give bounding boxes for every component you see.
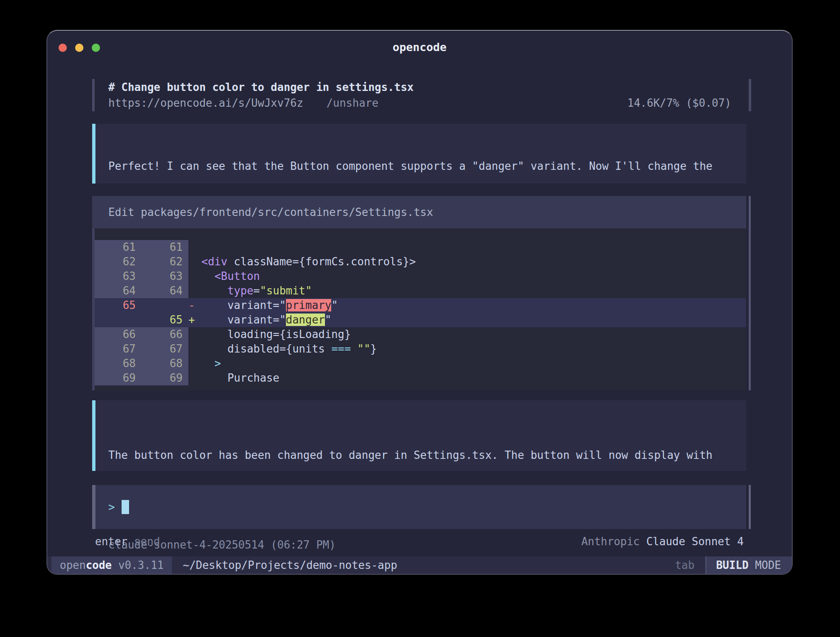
mode-suffix: MODE: [749, 559, 781, 571]
diff-rows: 61616262 <div className={formCs.controls…: [92, 228, 746, 390]
status-bar: opencode v0.3.11 ~/Desktop/Projects/demo…: [47, 556, 792, 574]
edit-tool-card: Edit packages/frontend/src/containers/Se…: [92, 196, 746, 390]
text-cursor: [122, 500, 129, 514]
window-title: opencode: [47, 41, 792, 54]
diff-row: 6262 <div className={formCs.controls}>: [95, 255, 746, 269]
model-label: Claude Sonnet 4: [646, 535, 744, 548]
prompt-symbol: >: [108, 501, 115, 513]
diff-row: 6969 Purchase: [95, 371, 746, 385]
diff-row: 6161: [95, 240, 746, 255]
working-directory: ~/Desktop/Projects/demo-notes-app: [183, 556, 397, 574]
app-name-light: open: [60, 559, 86, 571]
app-name-bold: code: [86, 559, 112, 571]
diff-row: 6363 <Button: [95, 269, 746, 284]
tab-key-hint[interactable]: tab: [675, 556, 694, 574]
model-indicator: Anthropic Claude Sonnet 4: [581, 535, 744, 548]
app-window: opencode # Change button color to danger…: [46, 30, 793, 575]
mode-name: BUILD: [716, 559, 748, 571]
message-line: The button color has been changed to dan…: [108, 448, 734, 463]
diff-row: 65+ variant="danger": [95, 313, 746, 327]
token-usage-stats: 14.6K/7% ($0.07): [628, 95, 731, 111]
edit-file-title: Edit packages/frontend/src/containers/Se…: [92, 196, 746, 228]
diff-scrollbar[interactable]: [749, 196, 751, 390]
assistant-message-2: The button color has been changed to dan…: [92, 400, 746, 471]
diff-row: 6666 loading={isLoading}: [95, 327, 746, 342]
hints-row: enter send Anthropic Claude Sonnet 4: [95, 535, 744, 548]
status-bar-right: tab BUILD MODE: [675, 556, 792, 574]
diff-row: 6767 disabled={units === ""}: [95, 342, 746, 356]
input-scrollbar[interactable]: [749, 485, 751, 529]
build-mode-chip[interactable]: BUILD MODE: [705, 556, 792, 574]
session-title: # Change button color to danger in setti…: [108, 79, 731, 95]
unshare-command: /unshare: [327, 95, 378, 111]
prompt-input[interactable]: >: [92, 485, 746, 529]
share-url[interactable]: https://opencode.ai/s/UwJxv76z: [108, 95, 303, 111]
message-line: Perfect! I can see that the Button compo…: [108, 159, 734, 174]
enter-key-hint: enter: [95, 535, 127, 548]
assistant-message-1: Perfect! I can see that the Button compo…: [92, 124, 746, 184]
session-subline: https://opencode.ai/s/UwJxv76z /unshare …: [108, 95, 731, 111]
diff-row: 65- variant="primary": [95, 298, 746, 313]
titlebar: opencode: [47, 31, 792, 79]
provider-label: Anthropic: [581, 535, 647, 548]
send-hint-label: send: [127, 535, 160, 548]
session-header: # Change button color to danger in setti…: [92, 79, 751, 111]
diff-row: 6868 >: [95, 356, 746, 371]
app-version: v0.3.11: [112, 559, 164, 571]
diff-row: 6464 type="submit": [95, 284, 746, 298]
app-version-chip: opencode v0.3.11: [51, 556, 172, 574]
